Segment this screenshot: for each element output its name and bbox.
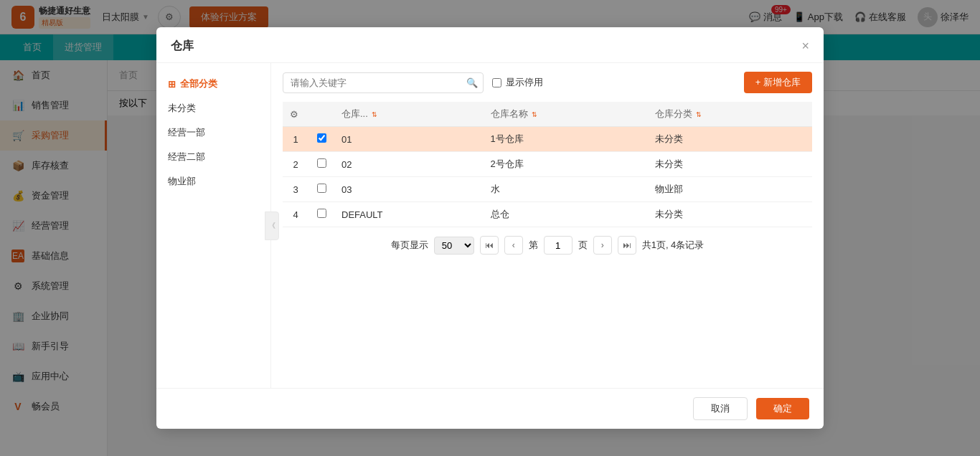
row-code: 02 — [334, 152, 484, 177]
sort-icon-name: ⇅ — [532, 111, 537, 118]
page-number-input[interactable] — [544, 236, 573, 255]
col-code[interactable]: 仓库... ⇅ — [334, 102, 484, 127]
row-code: 03 — [334, 177, 484, 202]
row-checkbox[interactable] — [317, 184, 326, 193]
row-check-cell[interactable] — [308, 127, 334, 152]
modal-footer: 取消 确定 — [156, 388, 824, 429]
total-info: 共1页, 4条记录 — [642, 239, 705, 252]
row-check-cell[interactable] — [308, 152, 334, 177]
category-item-ops2[interactable]: 经营二部 — [156, 145, 270, 169]
page-label: 第 — [529, 239, 538, 252]
row-gear-cell: 1 — [283, 127, 308, 152]
row-category: 未分类 — [648, 202, 812, 227]
modal-overlay: 仓库 × ⊞ 全部分类 未分类 经营一部 经营二部 — [0, 0, 980, 456]
last-page-button[interactable]: ⏭ — [618, 236, 636, 255]
row-code: DEFAULT — [334, 202, 484, 227]
search-wrap: 🔍 — [283, 72, 484, 93]
modal-body: ⊞ 全部分类 未分类 经营一部 经营二部 物业部 《 — [156, 63, 824, 388]
cancel-button[interactable]: 取消 — [693, 397, 748, 420]
row-checkbox[interactable] — [317, 133, 326, 143]
grid-icon: ⊞ — [168, 79, 176, 90]
category-all-label: 全部分类 — [180, 77, 217, 90]
row-category: 未分类 — [648, 127, 812, 152]
row-checkbox[interactable] — [317, 209, 326, 218]
table-panel: 🔍 显示停用 + 新增仓库 ⚙ 仓库. — [271, 63, 824, 388]
row-code: 01 — [334, 127, 484, 152]
pagination: 每页显示 50 10 20 100 ⏮ ‹ 第 页 › ⏭ 共1页, 4条记录 — [283, 227, 812, 260]
row-name: 总仓 — [484, 202, 648, 227]
first-page-button[interactable]: ⏮ — [480, 236, 499, 255]
table-row[interactable]: 3 03 水 物业部 — [283, 177, 812, 202]
add-warehouse-button[interactable]: + 新增仓库 — [744, 72, 812, 93]
category-collapse-button[interactable]: 《 — [265, 212, 279, 240]
category-item-unclassified[interactable]: 未分类 — [156, 96, 270, 120]
table-toolbar: 🔍 显示停用 + 新增仓库 — [283, 72, 812, 93]
per-page-select[interactable]: 50 10 20 100 — [434, 237, 474, 255]
row-check-cell[interactable] — [308, 177, 334, 202]
col-check — [308, 102, 334, 127]
category-panel: ⊞ 全部分类 未分类 经营一部 经营二部 物业部 《 — [156, 63, 271, 388]
warehouse-modal: 仓库 × ⊞ 全部分类 未分类 经营一部 经营二部 — [156, 27, 824, 429]
page-suffix: 页 — [578, 239, 588, 252]
show-disabled-label: 显示停用 — [506, 76, 543, 89]
col-category[interactable]: 仓库分类 ⇅ — [648, 102, 812, 127]
table-row[interactable]: 2 02 2号仓库 未分类 — [283, 152, 812, 177]
prev-page-button[interactable]: ‹ — [504, 236, 523, 255]
row-name: 1号仓库 — [484, 127, 648, 152]
modal-close-button[interactable]: × — [801, 39, 809, 54]
col-gear[interactable]: ⚙ — [283, 102, 308, 127]
next-page-button[interactable]: › — [593, 236, 612, 255]
row-checkbox[interactable] — [317, 158, 326, 168]
row-category: 物业部 — [648, 177, 812, 202]
show-disabled-checkbox[interactable]: 显示停用 — [492, 76, 543, 89]
row-gear-cell: 3 — [283, 177, 308, 202]
table-row[interactable]: 1 01 1号仓库 未分类 — [283, 127, 812, 152]
row-name: 2号仓库 — [484, 152, 648, 177]
warehouse-table: ⚙ 仓库... ⇅ 仓库名称 ⇅ 仓库分类 — [283, 102, 812, 227]
per-page-label: 每页显示 — [391, 239, 428, 252]
confirm-button[interactable]: 确定 — [756, 398, 809, 419]
row-name: 水 — [484, 177, 648, 202]
sort-icon-code: ⇅ — [372, 111, 377, 118]
search-input[interactable] — [283, 72, 484, 93]
table-row[interactable]: 4 DEFAULT 总仓 未分类 — [283, 202, 812, 227]
modal-title: 仓库 — [171, 39, 194, 54]
row-category: 未分类 — [648, 152, 812, 177]
category-item-ops1[interactable]: 经营一部 — [156, 120, 270, 145]
row-gear-cell: 4 — [283, 202, 308, 227]
sort-icon-category: ⇅ — [696, 111, 702, 118]
modal-header: 仓库 × — [156, 27, 824, 63]
category-item-property[interactable]: 物业部 — [156, 169, 270, 194]
category-all[interactable]: ⊞ 全部分类 — [156, 72, 270, 96]
row-gear-cell: 2 — [283, 152, 308, 177]
col-name[interactable]: 仓库名称 ⇅ — [484, 102, 648, 127]
row-check-cell[interactable] — [308, 202, 334, 227]
search-icon[interactable]: 🔍 — [466, 77, 478, 88]
show-disabled-check[interactable] — [492, 78, 501, 87]
